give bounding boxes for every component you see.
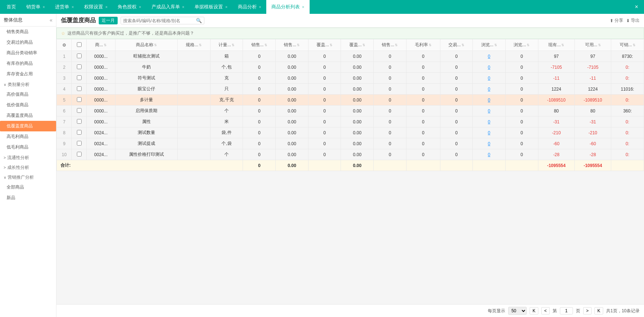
sidebar-item-low-value[interactable]: 低价值商品 [0, 100, 56, 110]
nav-tab-product-entry[interactable]: 产成品入库单 × [146, 0, 189, 14]
sidebar-item-in-stock[interactable]: 有库存的商品 [0, 58, 56, 69]
row-checkbox[interactable] [72, 106, 87, 116]
row-browse1[interactable]: 0 [473, 51, 506, 62]
close-icon[interactable]: × [71, 5, 74, 9]
close-icon[interactable]: × [105, 5, 107, 9]
row-gross: 0 [406, 127, 440, 138]
unit-column-header[interactable]: 计量...⇅ [210, 39, 243, 51]
trade-column-header[interactable]: 交易...⇅ [440, 39, 473, 51]
sidebar-group-category[interactable]: ∨ 类别量分析 [0, 79, 56, 89]
share-button[interactable]: ⬆ 分享 [610, 17, 623, 24]
nav-tab-permission[interactable]: 权限设置 × [79, 0, 113, 14]
row-number: 1 [57, 51, 72, 62]
row-sales-qty: 0 [243, 149, 276, 160]
sidebar-item-high-value[interactable]: 高价值商品 [0, 89, 56, 100]
next-page-button[interactable]: > [583, 307, 592, 314]
close-icon[interactable]: × [259, 5, 261, 9]
row-code: 0000... [87, 116, 115, 127]
close-icon[interactable]: × [182, 5, 184, 9]
sidebar-collapse-button[interactable]: « [50, 17, 52, 23]
gross-column-header[interactable]: 毛利率⇅ [406, 39, 440, 51]
search-icon[interactable]: 🔍 [196, 18, 202, 23]
spec-column-header[interactable]: 规格...⇅ [178, 39, 211, 51]
nav-tab-template[interactable]: 单据模板设置 × [189, 0, 232, 14]
search-input[interactable] [123, 18, 196, 23]
sidebar-item-sales-goods[interactable]: 销售类商品 [0, 27, 56, 37]
current-column-header[interactable]: 现有...⇅ [538, 39, 574, 51]
sidebar-item-stock-capital[interactable]: 库存资金占用 [0, 69, 56, 79]
sidebar-group-circulation[interactable]: > 流通性分析 [0, 152, 56, 162]
cover1-column-header[interactable]: 覆盖...⇅ [308, 39, 341, 51]
code-column-header[interactable]: 商...⇅ [87, 39, 115, 51]
select-all-checkbox[interactable] [77, 42, 82, 47]
time-filter-button[interactable]: 近一月 [99, 17, 118, 24]
row-browse1[interactable]: 0 [473, 116, 506, 127]
row-spec [178, 51, 211, 62]
sales-amt-column-header[interactable]: 销售...⇅ [276, 39, 309, 51]
row-sales3: 0 [374, 73, 407, 84]
sidebar-item-all-goods[interactable]: 全部商品 [0, 182, 56, 193]
available-column-header[interactable]: 可用...⇅ [574, 39, 611, 51]
sidebar-item-high-profit[interactable]: 高毛利商品 [0, 131, 56, 142]
close-icon[interactable]: × [43, 5, 45, 9]
last-page-button[interactable]: K [594, 307, 603, 314]
row-unit: 个,袋 [210, 138, 243, 149]
row-browse1[interactable]: 0 [473, 95, 506, 106]
export-button[interactable]: ⬇ 导出 [626, 17, 640, 24]
row-browse1[interactable]: 0 [473, 138, 506, 149]
sellable-column-header[interactable]: 可销...⇅ [611, 39, 644, 51]
sales3-column-header[interactable]: 销售...⇅ [374, 39, 407, 51]
row-code: 0024... [87, 149, 115, 160]
row-current: -31 [538, 116, 574, 127]
sidebar-group-growth[interactable]: > 成长性分析 [0, 162, 56, 172]
table-row: 10 0024... 属性价格打印测试 个 0 0.00 0 0.00 0 0 … [57, 149, 644, 160]
first-page-button[interactable]: K [530, 307, 538, 314]
total-cover2: 0.00 [341, 160, 374, 171]
nav-tab-analysis[interactable]: 商品分析 × [233, 0, 266, 14]
nav-tab-home[interactable]: 首页 [1, 0, 21, 14]
sales-qty-column-header[interactable]: 销售...⇅ [243, 39, 276, 51]
nav-tab-sales[interactable]: 销货单 × [21, 0, 50, 14]
row-checkbox[interactable] [72, 84, 87, 95]
close-icon[interactable]: × [225, 5, 227, 9]
browse2-column-header[interactable]: 浏览...⇅ [506, 39, 538, 51]
sidebar-item-traded-goods[interactable]: 交易过的商品 [0, 37, 56, 48]
total-gross [406, 160, 440, 171]
row-browse1[interactable]: 0 [473, 127, 506, 138]
row-browse1[interactable]: 0 [473, 62, 506, 73]
row-browse1[interactable]: 0 [473, 149, 506, 160]
row-browse1[interactable]: 0 [473, 73, 506, 84]
name-column-header[interactable]: 商品名称⇅ [115, 39, 177, 51]
page-number-input[interactable] [560, 307, 573, 314]
row-sales-amt: 0.00 [276, 138, 309, 149]
sidebar-item-new-goods[interactable]: 新品 [0, 193, 56, 203]
per-page-select[interactable]: 50 100 200 [508, 307, 527, 315]
cover2-column-header[interactable]: 覆盖...⇅ [341, 39, 374, 51]
close-all-button[interactable]: × [631, 4, 643, 10]
row-checkbox[interactable] [72, 62, 87, 73]
row-checkbox[interactable] [72, 116, 87, 127]
sidebar-item-low-coverage[interactable]: 低覆盖度商品 [0, 121, 56, 131]
prev-page-button[interactable]: < [541, 307, 550, 314]
sidebar-item-low-profit[interactable]: 低毛利商品 [0, 142, 56, 152]
nav-tab-analysis-list[interactable]: 商品分析列表 × [266, 0, 309, 14]
row-checkbox[interactable] [72, 73, 87, 84]
sidebar-item-high-coverage[interactable]: 高覆盖度商品 [0, 110, 56, 121]
nav-tab-role[interactable]: 角色授权 × [113, 0, 146, 14]
sidebar-group-marketing[interactable]: ∨ 营销推广分析 [0, 172, 56, 182]
row-checkbox[interactable] [72, 149, 87, 160]
checkbox-column-header[interactable] [72, 39, 87, 51]
row-browse1[interactable]: 0 [473, 84, 506, 95]
settings-column-header[interactable]: ⚙ [57, 39, 72, 51]
row-checkbox[interactable] [72, 138, 87, 149]
row-checkbox[interactable] [72, 127, 87, 138]
row-checkbox[interactable] [72, 95, 87, 106]
close-icon[interactable]: × [302, 5, 304, 9]
row-checkbox[interactable] [72, 51, 87, 62]
close-icon[interactable]: × [139, 5, 141, 9]
row-browse1[interactable]: 0 [473, 106, 506, 116]
info-banner: ☆ 这些商品只有很少客户购买过，是推广不够，还是商品本身问题？ [56, 28, 644, 39]
nav-tab-purchase[interactable]: 进货单 × [50, 0, 79, 14]
sidebar-item-category-rate[interactable]: 商品分类动销率 [0, 48, 56, 58]
browse1-column-header[interactable]: 浏览...⇅ [473, 39, 506, 51]
